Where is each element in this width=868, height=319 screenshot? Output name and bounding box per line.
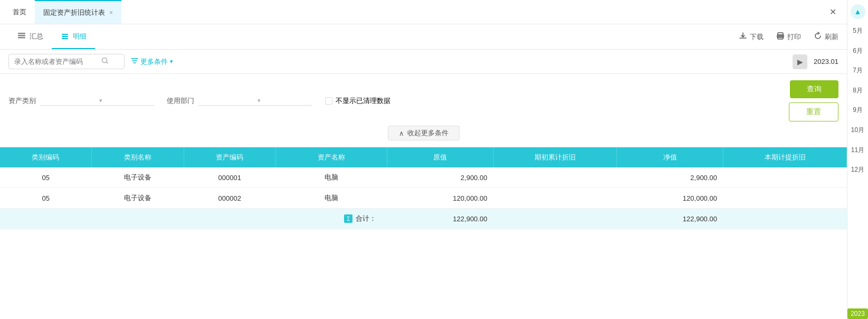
row1-asset-name: 电脑 [276, 167, 387, 188]
row1-current-depreciation [723, 167, 847, 188]
current-date: 2023.01 [814, 58, 838, 65]
arrow-right-icon: ▶ [797, 58, 803, 66]
row2-net-value: 120,000.00 [617, 188, 723, 209]
summary-icon-cell [0, 209, 276, 229]
row1-category-name: 电子设备 [91, 167, 184, 188]
department-select[interactable]: ▾ [198, 96, 312, 106]
th-category-name: 类别名称 [91, 147, 184, 167]
sidebar-month-6[interactable]: 6月 [847, 41, 868, 61]
refresh-label: 刷新 [825, 32, 838, 42]
search-input-wrap[interactable] [8, 54, 125, 69]
svg-rect-3 [62, 34, 68, 35]
sidebar-month-10[interactable]: 10月 [847, 120, 868, 140]
th-current-depreciation: 本期计提折旧 [723, 147, 847, 167]
row1-accumulated-depreciation [493, 167, 617, 188]
active-tab[interactable]: 固定资产折旧统计表 × [35, 0, 121, 24]
asset-category-filter: 资产类别 ▾ [8, 96, 154, 106]
print-icon [776, 32, 785, 42]
search-bar: 更多条件 ▾ ▶ 2023.01 [0, 50, 847, 74]
more-filters-button[interactable]: 更多条件 ▾ [131, 57, 173, 67]
tab-detail-label: 明细 [73, 32, 87, 41]
sidebar-month-7[interactable]: 7月 [847, 61, 868, 81]
chevron-down-icon: ▾ [170, 58, 173, 65]
chevron-down-icon-2: ▾ [257, 97, 310, 104]
row2-category-name: 电子设备 [91, 188, 184, 209]
reset-button[interactable]: 重置 [789, 102, 838, 121]
summary-current-depreciation [723, 209, 847, 229]
tab-label: 固定资产折旧统计表 [43, 8, 105, 17]
list-icon [60, 32, 70, 41]
app-close-button[interactable]: ✕ [819, 0, 847, 24]
th-asset-code: 资产编码 [184, 147, 276, 167]
download-icon [739, 32, 747, 42]
right-sidebar: ▲ 5月 6月 7月 8月 9月 10月 11月 12月 2023 [847, 0, 868, 319]
row1-category-code: 05 [0, 167, 91, 188]
filter-area: 资产类别 ▾ 使用部门 ▾ 不显示已清理数据 查询 重置 [0, 74, 847, 147]
collapse-label: 收起更多条件 [407, 128, 449, 138]
tab-detail[interactable]: 明细 [52, 24, 95, 49]
print-button[interactable]: 打印 [776, 32, 801, 42]
chevron-up-icon: ∧ [399, 129, 404, 137]
sidebar-month-9[interactable]: 9月 [847, 100, 868, 120]
tab-close-icon[interactable]: × [109, 9, 113, 16]
th-accumulated-depreciation: 期初累计折旧 [493, 147, 617, 167]
svg-rect-2 [18, 33, 25, 34]
row2-original-value: 120,000.00 [387, 188, 493, 209]
filter-buttons: 查询 重置 [789, 80, 838, 121]
collapse-button[interactable]: ∧ 收起更多条件 [388, 126, 460, 140]
table-row: 05 电子设备 000002 电脑 120,000.00 120,000.00 [0, 188, 847, 209]
refresh-button[interactable]: 刷新 [814, 32, 838, 42]
th-original-value: 原值 [387, 147, 493, 167]
row1-net-value: 2,900.00 [617, 167, 723, 188]
row2-accumulated-depreciation [493, 188, 617, 209]
sub-tabs-bar: 汇总 明细 下载 [0, 24, 847, 50]
top-nav: 首页 固定资产折旧统计表 × ✕ [0, 0, 847, 24]
up-arrow-icon: ▲ [854, 7, 862, 16]
collapse-row: ∧ 收起更多条件 [8, 121, 838, 143]
refresh-icon [814, 32, 822, 42]
no-cleared-checkbox-wrap[interactable]: 不显示已清理数据 [325, 96, 390, 106]
no-cleared-checkbox[interactable] [325, 97, 332, 105]
no-cleared-label: 不显示已清理数据 [336, 96, 390, 106]
th-asset-name: 资产名称 [276, 147, 387, 167]
summary-accumulated-depreciation [493, 209, 617, 229]
th-net-value: 净值 [617, 147, 723, 167]
expand-right-button[interactable]: ▶ [793, 54, 807, 69]
search-input[interactable] [14, 58, 99, 65]
sidebar-month-5[interactable]: 5月 [847, 21, 868, 41]
year-badge[interactable]: 2023 [847, 308, 868, 319]
svg-rect-0 [18, 35, 25, 36]
table-header-row: 类别编码 类别名称 资产编码 资产名称 原值 期初累计折旧 净值 本期计提折旧 [0, 147, 847, 167]
row1-original-value: 2,900.00 [387, 167, 493, 188]
table-container: 类别编码 类别名称 资产编码 资产名称 原值 期初累计折旧 净值 本期计提折旧 … [0, 147, 847, 319]
query-button[interactable]: 查询 [790, 80, 838, 98]
sidebar-month-8[interactable]: 8月 [847, 81, 868, 101]
search-icon[interactable] [101, 57, 109, 67]
sidebar-month-12[interactable]: 12月 [847, 160, 868, 180]
layers-icon [17, 32, 26, 41]
sum-icon: Σ [344, 214, 352, 223]
asset-category-select[interactable]: ▾ [40, 96, 154, 106]
svg-rect-4 [62, 36, 68, 37]
download-button[interactable]: 下载 [739, 32, 764, 42]
row1-asset-code: 000001 [184, 167, 276, 188]
nav-home[interactable]: 首页 [4, 0, 35, 24]
department-filter: 使用部门 ▾ [167, 96, 312, 106]
sidebar-month-11[interactable]: 11月 [847, 140, 868, 161]
summary-label-text: 合计： [356, 214, 376, 223]
summary-net-value: 122,900.00 [617, 209, 723, 229]
sidebar-up-button[interactable]: ▲ [851, 4, 865, 19]
svg-rect-1 [18, 37, 25, 39]
row2-asset-code: 000002 [184, 188, 276, 209]
summary-label-cell: Σ 合计： [276, 209, 387, 229]
tab-summary-label: 汇总 [30, 32, 43, 41]
filter-icon [131, 57, 138, 66]
toolbar-right: 下载 打印 刷新 [739, 32, 838, 42]
data-table: 类别编码 类别名称 资产编码 资产名称 原值 期初累计折旧 净值 本期计提折旧 … [0, 147, 847, 229]
summary-original-value: 122,900.00 [387, 209, 493, 229]
th-category-code: 类别编码 [0, 147, 91, 167]
tab-summary[interactable]: 汇总 [8, 24, 52, 49]
download-label: 下载 [750, 32, 764, 42]
row2-current-depreciation [723, 188, 847, 209]
row2-asset-name: 电脑 [276, 188, 387, 209]
